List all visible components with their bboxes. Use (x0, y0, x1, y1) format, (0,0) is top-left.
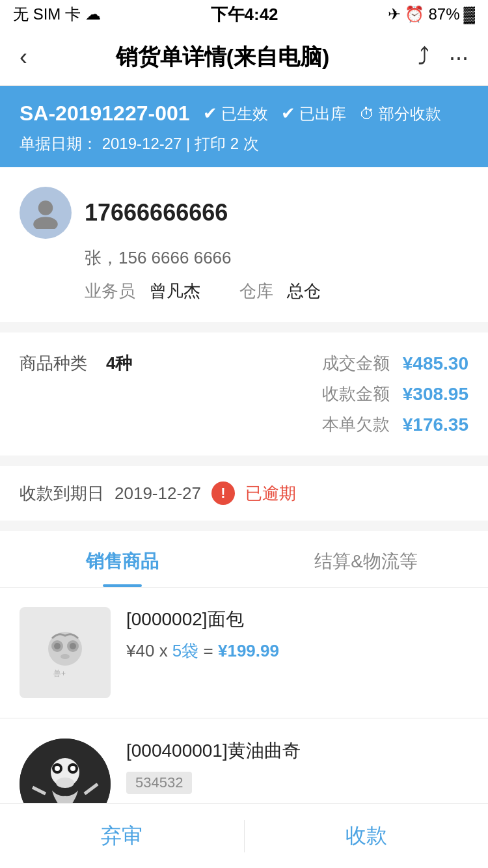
tab-settlement-logistics[interactable]: 结算&物流等 (244, 531, 488, 587)
order-date-info: 单据日期： 2019-12-27 | 打印 2 次 (20, 133, 468, 154)
status-time: 下午4:42 (211, 3, 278, 26)
product-name-2: [000400001]黄油曲奇 (126, 739, 468, 763)
badge-partial: ⏱ 部分收款 (359, 103, 441, 124)
share-button[interactable]: ⤴ (418, 44, 429, 71)
svg-point-14 (70, 766, 75, 771)
svg-point-15 (56, 778, 74, 788)
svg-text:兽+: 兽+ (53, 669, 66, 678)
check-icon-2: ✔ (281, 103, 295, 124)
svg-point-5 (54, 643, 61, 649)
summary-left: 商品种类 4种 (20, 352, 132, 375)
product-image-1: 兽+ (20, 607, 111, 698)
clock-icon: ⏱ (359, 105, 375, 123)
amount-value: ¥485.30 (403, 353, 468, 374)
product-count: 4种 (106, 353, 132, 373)
tabs-row: 销售商品 结算&物流等 (0, 531, 488, 587)
badge-effective: ✔ 已生效 (203, 103, 268, 124)
battery-icon: ▓ (463, 5, 475, 23)
svg-point-7 (61, 654, 70, 659)
page-title: 销货单详情(来自电脑) (116, 42, 330, 72)
due-date-value: 2019-12-27 (115, 483, 201, 504)
overdue-text: 已逾期 (245, 482, 296, 505)
debt-row: 本单欠款 ¥176.35 (322, 413, 468, 436)
list-item: 兽+ [0000002]面包 ¥40 x 5袋 = ¥199.99 (0, 588, 488, 718)
customer-section: 17666666666 张，156 6666 6666 业务员 曾凡杰 仓库 总… (0, 167, 488, 322)
summary-right: 成交金额 ¥485.30 收款金额 ¥308.95 本单欠款 ¥176.35 (322, 352, 468, 436)
badge-shipped: ✔ 已出库 (281, 103, 346, 124)
svg-point-1 (33, 217, 58, 229)
amount-row: 成交金额 ¥485.30 (322, 352, 468, 375)
product-name-1: [0000002]面包 (126, 607, 468, 632)
received-value: ¥308.95 (403, 384, 468, 405)
due-date-label: 收款到期日 (20, 482, 104, 505)
overdue-icon: ! (211, 481, 235, 505)
order-id: SA-20191227-001 (20, 102, 190, 126)
customer-phone: 17666666666 (85, 199, 228, 226)
received-row: 收款金额 ¥308.95 (322, 383, 468, 405)
product-tag-2: 534532 (126, 772, 192, 794)
svg-point-6 (70, 643, 76, 649)
product-total-1: ¥199.99 (218, 641, 279, 660)
alarm-icon: ⏰ (405, 5, 424, 23)
customer-contact: 张，156 6666 6666 (20, 247, 468, 269)
customer-top: 17666666666 (20, 187, 468, 239)
warehouse-name: 总仓 (287, 281, 321, 301)
product-info-1: [0000002]面包 ¥40 x 5袋 = ¥199.99 (126, 607, 468, 662)
banner-top: SA-20191227-001 ✔ 已生效 ✔ 已出库 ⏱ 部分收款 (20, 102, 468, 126)
more-button[interactable]: ··· (449, 44, 468, 71)
nav-right-actions: ⤴ ··· (418, 44, 468, 71)
avatar (20, 187, 72, 239)
nav-bar: ‹ 销货单详情(来自电脑) ⤴ ··· (0, 29, 488, 86)
collect-payment-button[interactable]: 收款 (245, 809, 489, 863)
warehouse-info: 仓库 总仓 (239, 280, 321, 303)
location-icon: ✈ (388, 5, 401, 23)
debt-value: ¥176.35 (403, 414, 468, 435)
status-right: ✈ ⏰ 87% ▓ (388, 5, 475, 23)
due-date-section: 收款到期日 2019-12-27 ! 已逾期 (0, 466, 488, 521)
summary-section: 商品种类 4种 成交金额 ¥485.30 收款金额 ¥308.95 本单欠款 ¥… (0, 332, 488, 455)
check-icon-1: ✔ (203, 103, 217, 124)
bottom-bar: 弃审 收款 (0, 803, 488, 868)
product-price-row-1: ¥40 x 5袋 = ¥199.99 (126, 640, 468, 662)
status-bar: 无 SIM 卡 ☁ 下午4:42 ✈ ⏰ 87% ▓ (0, 0, 488, 29)
tabs-section: 销售商品 结算&物流等 (0, 531, 488, 588)
battery-level: 87% (428, 5, 459, 23)
product-type-info: 商品种类 4种 (20, 352, 132, 375)
back-button[interactable]: ‹ (20, 44, 27, 71)
order-banner: SA-20191227-001 ✔ 已生效 ✔ 已出库 ⏱ 部分收款 单据日期：… (0, 86, 488, 167)
sales-info: 业务员 曾凡杰 (85, 280, 200, 303)
svg-point-0 (38, 200, 53, 215)
sales-name: 曾凡杰 (150, 281, 200, 301)
product-qty-1: 5袋 (172, 641, 198, 660)
svg-point-13 (55, 766, 60, 771)
customer-meta: 业务员 曾凡杰 仓库 总仓 (20, 280, 468, 303)
sim-status: 无 SIM 卡 ☁ (13, 4, 101, 25)
tab-sales-products[interactable]: 销售商品 (0, 531, 244, 587)
status-left: 无 SIM 卡 ☁ (13, 4, 101, 25)
cancel-review-button[interactable]: 弃审 (0, 809, 244, 863)
